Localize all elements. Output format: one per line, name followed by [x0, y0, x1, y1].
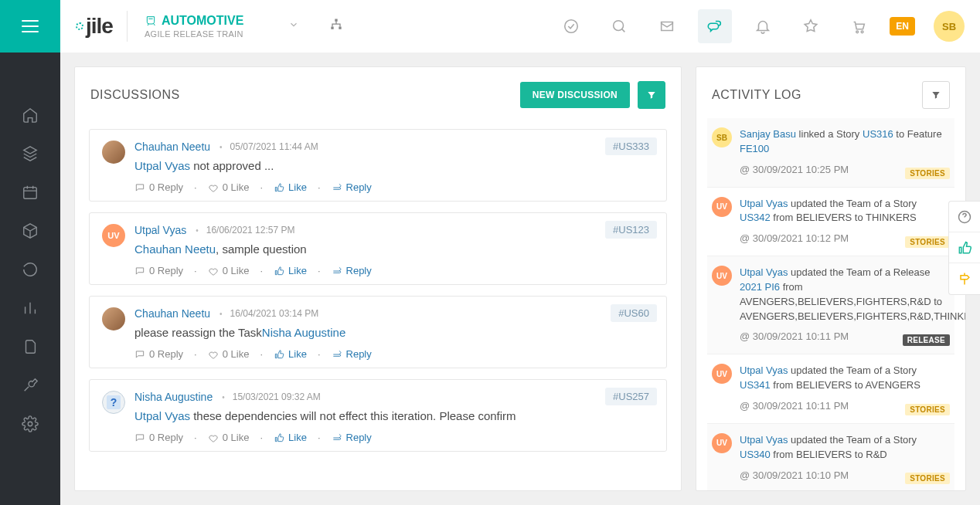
calendar-icon[interactable]: [22, 184, 39, 201]
discussion-author[interactable]: Chauhan Neetu: [134, 307, 210, 320]
activity-badge: STORIES: [905, 473, 950, 484]
chart-icon[interactable]: [22, 300, 39, 317]
activity-link[interactable]: US340: [740, 449, 771, 460]
discussion-actions: 0 Reply·0 Like·Like·Reply: [134, 432, 654, 443]
discussion-avatar[interactable]: [102, 141, 125, 164]
search-icon[interactable]: [602, 9, 636, 43]
mention-link[interactable]: Utpal Vyas: [134, 159, 190, 172]
svg-point-8: [862, 31, 864, 33]
activity-user[interactable]: Sanjay Basu: [740, 128, 796, 140]
reply-count: 0 Reply: [134, 348, 183, 360]
activity-link[interactable]: US342: [740, 212, 771, 223]
discussion-card: ?Nisha Augustine15/03/2021 09:32 AMUtpal…: [89, 379, 667, 452]
project-name: AUTOMOTIVE: [162, 14, 243, 28]
approve-icon[interactable]: [554, 9, 588, 43]
thumbs-up-icon[interactable]: [949, 232, 980, 263]
favorite-icon[interactable]: [794, 9, 828, 43]
discussion-avatar[interactable]: UV: [102, 224, 125, 247]
discussion-card: UVUtpal Vyas16/06/2021 12:57 PMChauhan N…: [89, 212, 667, 285]
like-action[interactable]: Like: [274, 181, 307, 193]
activity-badge: RELEASE: [903, 334, 950, 346]
wrench-icon[interactable]: [22, 377, 39, 394]
discussion-text: Chauhan Neetu, sample question: [134, 236, 654, 265]
reply-action[interactable]: Reply: [332, 348, 372, 360]
mention-link[interactable]: Utpal Vyas: [134, 409, 190, 422]
user-avatar[interactable]: SB: [934, 11, 965, 42]
svg-rect-4: [339, 27, 342, 29]
chevron-down-icon[interactable]: [288, 19, 299, 33]
discussion-avatar[interactable]: ?: [102, 391, 125, 414]
activity-row: UVUtpal Vyas updated the Team of a Story…: [707, 187, 954, 256]
discussion-date: 16/06/2021 12:57 PM: [196, 225, 294, 236]
svg-rect-2: [335, 19, 338, 22]
mention-link[interactable]: Nisha Augustine: [262, 326, 345, 339]
like-action[interactable]: Like: [274, 348, 307, 360]
activity-filter-button[interactable]: [922, 81, 950, 109]
project-switcher[interactable]: AUTOMOTIVE AGILE RELEASE TRAIN: [141, 14, 243, 39]
files-icon[interactable]: [22, 338, 39, 355]
reply-action[interactable]: Reply: [332, 181, 372, 193]
reply-action[interactable]: Reply: [332, 432, 372, 443]
discussions-title: DISCUSSIONS: [90, 88, 180, 102]
notifications-icon[interactable]: [746, 9, 780, 43]
activity-user[interactable]: Utpal Vyas: [740, 198, 788, 209]
like-action[interactable]: Like: [274, 265, 307, 276]
settings-icon[interactable]: [22, 415, 39, 432]
discussion-author[interactable]: Utpal Vyas: [134, 224, 186, 236]
discussion-date: 15/03/2021 09:32 AM: [222, 391, 321, 402]
signpost-icon[interactable]: [949, 263, 980, 294]
discussions-panel: DISCUSSIONS NEW DISCUSSION Chauhan Neetu…: [74, 66, 682, 491]
mention-link[interactable]: Chauhan Neetu: [134, 242, 216, 256]
refresh-icon[interactable]: [22, 261, 39, 278]
activity-avatar[interactable]: UV: [712, 266, 732, 286]
svg-rect-0: [24, 188, 37, 199]
discussion-card: Chauhan Neetu05/07/2021 11:44 AMUtpal Vy…: [89, 129, 667, 202]
top-header: jile AUTOMOTIVE AGILE RELEASE TRAIN: [60, 0, 980, 53]
activity-avatar[interactable]: UV: [712, 197, 732, 217]
discussion-tag[interactable]: #US123: [605, 221, 657, 239]
discussion-tag[interactable]: #US60: [611, 304, 657, 322]
activity-link[interactable]: US341: [740, 379, 771, 391]
discussion-tag[interactable]: #US333: [605, 137, 657, 155]
activity-avatar[interactable]: UV: [712, 433, 732, 453]
filter-button[interactable]: [638, 81, 665, 109]
reply-count: 0 Reply: [134, 432, 183, 443]
new-discussion-button[interactable]: NEW DISCUSSION: [520, 82, 630, 108]
activity-avatar[interactable]: UV: [712, 364, 732, 384]
activity-link[interactable]: US316: [863, 128, 893, 140]
activity-badge: STORIES: [905, 168, 950, 179]
activity-avatar[interactable]: SB: [712, 127, 732, 147]
activity-user[interactable]: Utpal Vyas: [740, 364, 788, 376]
discussion-tag[interactable]: #US257: [605, 388, 657, 405]
language-badge[interactable]: EN: [890, 17, 915, 36]
discussion-text: please reassign the TaskNisha Augustine: [134, 320, 654, 348]
like-count: 0 Like: [208, 432, 250, 443]
discussion-avatar[interactable]: [102, 307, 125, 330]
discussion-author[interactable]: Chauhan Neetu: [134, 141, 210, 153]
activity-user[interactable]: Utpal Vyas: [740, 266, 788, 278]
like-count: 0 Like: [208, 265, 250, 276]
activity-user[interactable]: Utpal Vyas: [740, 434, 788, 446]
train-icon: [145, 15, 157, 27]
discussion-author[interactable]: Nisha Augustine: [134, 391, 213, 403]
svg-point-5: [565, 20, 578, 33]
reply-action[interactable]: Reply: [332, 265, 372, 276]
activity-link[interactable]: FE100: [740, 143, 769, 154]
hierarchy-icon[interactable]: [328, 17, 344, 36]
hamburger-menu[interactable]: [0, 0, 60, 53]
box-icon[interactable]: [22, 222, 39, 239]
activity-badge: STORIES: [905, 236, 950, 248]
cart-icon[interactable]: [842, 9, 876, 43]
layers-icon[interactable]: [22, 145, 39, 162]
svg-point-7: [856, 31, 859, 33]
discussions-icon[interactable]: [698, 9, 732, 43]
activity-badge: STORIES: [905, 404, 950, 415]
like-action[interactable]: Like: [274, 432, 307, 443]
project-subtitle: AGILE RELEASE TRAIN: [145, 29, 243, 39]
like-count: 0 Like: [208, 181, 250, 193]
mail-icon[interactable]: [650, 9, 684, 43]
logo[interactable]: jile: [76, 11, 128, 42]
home-icon[interactable]: [22, 107, 39, 124]
help-icon[interactable]: [949, 202, 980, 232]
activity-link[interactable]: 2021 PI6: [740, 281, 780, 293]
